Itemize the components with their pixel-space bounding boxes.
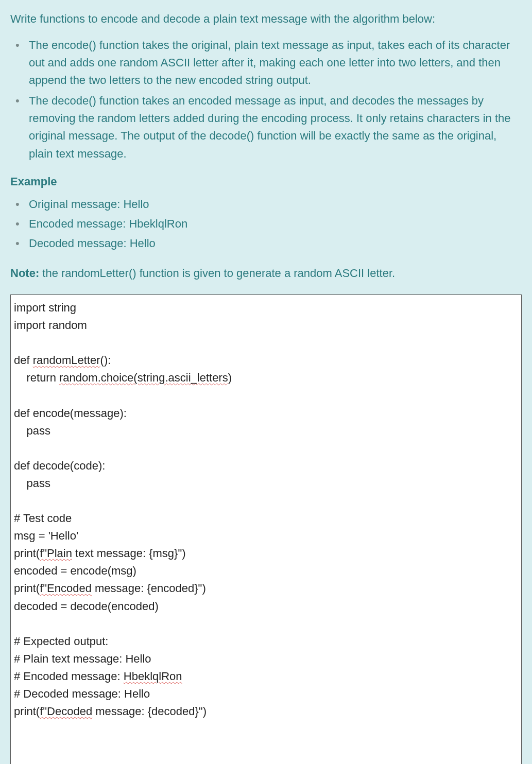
spellcheck-underline: f"Plain xyxy=(40,547,72,560)
example-decoded: Decoded message: Hello xyxy=(25,235,522,252)
code-line: message: {decoded}") xyxy=(92,705,207,718)
note-text: the randomLetter() function is given to … xyxy=(39,267,395,280)
code-line: decoded = decode(encoded) xyxy=(14,600,159,613)
code-line: print( xyxy=(14,547,40,560)
example-encoded: Encoded message: HbeklqlRon xyxy=(25,215,522,233)
spellcheck-underline: f"Encoded xyxy=(40,582,92,595)
code-line: def encode(message): xyxy=(14,407,127,420)
note-label: Note: xyxy=(10,267,39,280)
note-line: Note: the randomLetter() function is giv… xyxy=(10,267,522,280)
code-line: def xyxy=(14,354,33,367)
code-line: # Expected output: xyxy=(14,635,108,648)
code-line: print( xyxy=(14,705,40,718)
code-line: import random xyxy=(14,319,87,332)
code-line: # Decoded message: Hello xyxy=(14,687,150,700)
code-line: message: {encoded}") xyxy=(92,582,206,595)
code-line: ) xyxy=(228,371,232,384)
code-line: # Test code xyxy=(14,512,72,525)
code-editor[interactable]: import string import random def randomLe… xyxy=(10,294,522,764)
example-original: Original message: Hello xyxy=(25,196,522,213)
code-line: print( xyxy=(14,582,40,595)
requirement-decode: The decode() function takes an encoded m… xyxy=(25,92,522,162)
code-line: pass xyxy=(14,477,50,490)
problem-requirements-list: The encode() function takes the original… xyxy=(10,37,522,163)
code-line: def decode(code): xyxy=(14,459,105,472)
code-line: # Encoded message: xyxy=(14,670,124,683)
code-line: msg = 'Hello' xyxy=(14,529,78,542)
code-line: import string xyxy=(14,301,76,314)
spellcheck-underline: random.choice(string.ascii_letters xyxy=(59,371,228,384)
example-list: Original message: Hello Encoded message:… xyxy=(10,196,522,252)
spellcheck-underline: HbeklqlRon xyxy=(124,670,182,683)
problem-intro: Write functions to encode and decode a p… xyxy=(10,10,522,27)
requirement-encode: The encode() function takes the original… xyxy=(25,37,522,89)
code-line: # Plain text message: Hello xyxy=(14,652,151,665)
code-line: text message: {msg}") xyxy=(72,547,186,560)
code-line: encoded = encode(msg) xyxy=(14,564,136,577)
code-line: return xyxy=(14,371,59,384)
code-line: (): xyxy=(100,354,111,367)
code-line: pass xyxy=(14,424,50,437)
example-heading: Example xyxy=(10,175,522,188)
spellcheck-underline: randomLetter xyxy=(33,354,100,367)
spellcheck-underline: f"Decoded xyxy=(40,705,92,718)
